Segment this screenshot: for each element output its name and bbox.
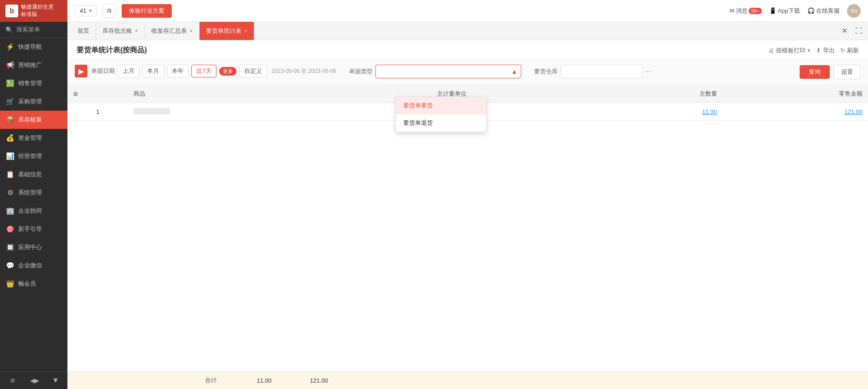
type-label: 单据类型 [349, 67, 373, 76]
page-header-actions: 🖨 按模板打印 ▾ ⬆ 导出 ↻ 刷新 [768, 46, 859, 55]
sidebar-search[interactable]: 🔍 搜索菜单 [0, 22, 67, 38]
marketing-icon: 📢 [5, 61, 15, 69]
topbar-right: ✉ 消息 99+ 📱 App下载 🎧 在线客服 Rit [729, 4, 861, 18]
tab-order-summary[interactable]: 要货单统计表 × [200, 22, 254, 40]
sidebar-scroll-down[interactable]: ▼ [50, 374, 61, 386]
custom-btn[interactable]: 自定义 [239, 65, 267, 77]
filter-settings-btn[interactable]: 设置 [833, 65, 861, 79]
sidebar-item-member[interactable]: 👑 畅会员 [0, 275, 67, 293]
sidebar-item-inventory[interactable]: 📦 库存核算 [0, 111, 67, 129]
sidebar-item-enterprise[interactable]: 🏢 企业协同 [0, 202, 67, 220]
date-range: 2023-05-06 至 2023-06-06 [272, 67, 336, 75]
topbar: 41 ▾ ⚙ 体验行业方案 ✉ 消息 99+ 📱 App下载 🎧 在线客服 Ri… [67, 0, 868, 22]
system-icon: ⚙ [5, 189, 15, 197]
tab-receive-summary-close[interactable]: × [190, 28, 193, 34]
more-btn[interactable]: 更多 [219, 67, 236, 76]
wechat-icon: 💬 [5, 261, 15, 270]
filter-warehouse-group: 要货仓库 ··· [534, 65, 651, 78]
phone-icon: 📱 [769, 7, 776, 14]
sidebar-item-sales[interactable]: 💹 销售管理 [0, 74, 67, 92]
sidebar-item-marketing[interactable]: 📢 营销推广 [0, 56, 67, 74]
sidebar-item-guide[interactable]: 🎯 新手引导 [0, 220, 67, 238]
sidebar-item-quick-nav[interactable]: ⚡ 快捷导航 [0, 38, 67, 56]
type-dropdown: 要货单要货 要货单退货 [395, 97, 487, 132]
tabbar-right: ✕ ⛶ [839, 26, 864, 36]
sidebar-item-purchase[interactable]: 🛒 采购管理 [0, 92, 67, 111]
inventory-icon: 📦 [5, 116, 15, 124]
tab-home[interactable]: 首页 [71, 22, 96, 40]
sidebar-item-finance[interactable]: 💰 资金管理 [0, 129, 67, 147]
appcenter-icon: 🔲 [5, 243, 15, 251]
warehouse-more-icon[interactable]: ··· [645, 67, 651, 76]
sidebar-settings-btn[interactable]: ⚙ [6, 375, 19, 386]
type-input-wrapper: ▲ [375, 65, 521, 78]
purchase-icon: 🛒 [5, 97, 15, 106]
print-btn[interactable]: 🖨 按模板打印 ▾ [768, 46, 811, 55]
store-select[interactable]: 41 ▾ [75, 5, 97, 16]
user-avatar[interactable]: Rit [847, 4, 861, 18]
main-area: 41 ▾ ⚙ 体验行业方案 ✉ 消息 99+ 📱 App下载 🎧 在线客服 Ri… [67, 0, 868, 389]
date-label: 单据日期 [91, 67, 115, 75]
query-btn[interactable]: 查询 [800, 65, 830, 79]
dropdown-item-order-goods[interactable]: 要货单要货 [396, 97, 486, 114]
table-footer: 合计 11.00 121.00 [67, 371, 868, 389]
footer-label: 合计 [205, 376, 217, 384]
type-chevron-icon[interactable]: ▲ [511, 68, 518, 75]
amount-link[interactable]: 121.00 [844, 108, 863, 115]
sidebar-item-system[interactable]: ⚙ 系统管理 [0, 184, 67, 202]
col-amount: 零售金额 [723, 85, 868, 103]
topbar-settings-btn[interactable]: ⚙ [103, 4, 116, 18]
filter-type-group: 单据类型 ▲ [349, 65, 521, 78]
sidebar-logo: b 畅捷通好生意 标准版 [0, 0, 67, 22]
content-area: 要货单统计表(按商品) 🖨 按模板打印 ▾ ⬆ 导出 ↻ 刷新 ▶ [67, 40, 868, 389]
online-service-btn[interactable]: 🎧 在线客服 [807, 7, 840, 15]
basic-icon: 📋 [5, 170, 15, 179]
message-btn[interactable]: ✉ 消息 99+ [729, 7, 762, 15]
tab-inventory-batch[interactable]: 库存批次账 × [96, 22, 145, 40]
operations-icon: 📊 [5, 152, 15, 160]
type-input[interactable] [375, 65, 521, 78]
service-icon: 🎧 [807, 7, 815, 14]
cell-product [128, 103, 431, 121]
topbar-left: 41 ▾ ⚙ 体验行业方案 [75, 4, 729, 18]
prev-month-btn[interactable]: 上月 [118, 65, 139, 77]
page-header: 要货单统计表(按商品) 🖨 按模板打印 ▾ ⬆ 导出 ↻ 刷新 [67, 40, 868, 59]
tab-close-all-btn[interactable]: ✕ [839, 26, 850, 36]
trial-btn[interactable]: 体验行业方案 [122, 4, 172, 18]
tab-inventory-batch-close[interactable]: × [135, 28, 138, 34]
col-qty: 主数量 [577, 85, 722, 103]
cell-index: 1 [67, 103, 128, 121]
col-product: 商品 [128, 85, 431, 103]
sidebar-item-operations[interactable]: 📊 经营管理 [0, 147, 67, 165]
col-settings[interactable]: ⚙ [67, 85, 128, 103]
sidebar-item-appcenter[interactable]: 🔲 应用中心 [0, 238, 67, 256]
last-7days-btn[interactable]: 近7天 [191, 65, 216, 77]
store-select-chevron: ▾ [89, 7, 92, 14]
warehouse-input[interactable] [560, 65, 642, 78]
tab-order-summary-close[interactable]: × [244, 28, 247, 34]
message-icon: ✉ [729, 7, 734, 14]
dropdown-item-order-return[interactable]: 要货单退货 [396, 114, 486, 132]
sidebar-collapse-btn[interactable]: ◀▶ [26, 375, 43, 386]
export-btn[interactable]: ⬆ 导出 [816, 46, 835, 55]
print-chevron-icon: ▾ [807, 47, 811, 54]
sidebar-item-basic[interactable]: 📋 基础信息 [0, 165, 67, 184]
cur-month-btn[interactable]: 本月 [142, 65, 164, 77]
refresh-btn[interactable]: ↻ 刷新 [840, 46, 859, 55]
qty-link[interactable]: 11.00 [702, 108, 717, 115]
search-icon: 🔍 [5, 26, 13, 33]
quick-nav-icon: ⚡ [5, 43, 15, 51]
tab-receive-summary[interactable]: 收发存汇总表 × [145, 22, 200, 40]
sidebar-item-wechat[interactable]: 💬 企业微信 [0, 256, 67, 275]
app-download-btn[interactable]: 📱 App下载 [769, 7, 800, 15]
print-icon: 🖨 [768, 47, 774, 54]
tab-expand-btn[interactable]: ⛶ [853, 26, 864, 36]
filter-expand-btn[interactable]: ▶ [75, 65, 87, 77]
warehouse-label: 要货仓库 [534, 67, 558, 76]
member-icon: 👑 [5, 280, 15, 288]
page-title: 要货单统计表(按商品) [77, 46, 147, 55]
refresh-icon: ↻ [840, 47, 845, 54]
tabbar: 首页 库存批次账 × 收发存汇总表 × 要货单统计表 × ✕ ⛶ [67, 22, 868, 40]
cur-year-btn[interactable]: 本年 [167, 65, 189, 77]
filter-actions: 查询 设置 [800, 65, 861, 79]
